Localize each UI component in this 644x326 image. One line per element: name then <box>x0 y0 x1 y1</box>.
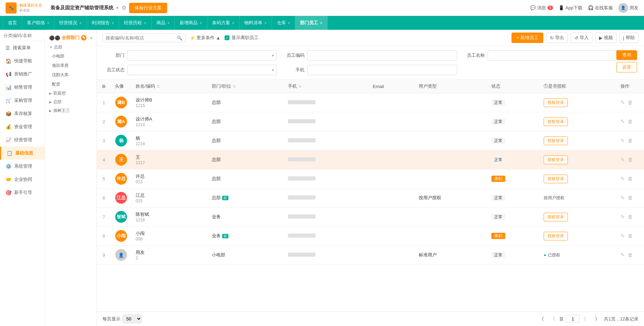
delete-icon[interactable]: 🗑 <box>628 195 633 201</box>
auth-login-btn[interactable]: 授权登录 <box>544 98 568 107</box>
sidebar-item-guide[interactable]: 🎯新手引导 <box>0 186 45 199</box>
page-input[interactable] <box>566 315 580 323</box>
tab-warehouse-close[interactable]: × <box>288 21 290 25</box>
dept-edit-icon[interactable]: ✎ <box>81 35 87 41</box>
sidebar-item-marketing[interactable]: 📢营销推广 <box>0 68 45 81</box>
tab-dept-staff-close[interactable]: × <box>320 21 322 25</box>
tab-customer[interactable]: 客户联络× <box>22 16 54 30</box>
filter-phone-input[interactable] <box>307 65 457 75</box>
tab-add-goods-close[interactable]: × <box>200 21 202 25</box>
tab-profit-close[interactable]: × <box>112 21 114 25</box>
tab-home[interactable]: 首页 <box>3 16 22 30</box>
trial-button[interactable]: 体验行业方案 <box>129 3 167 13</box>
delete-icon[interactable]: 🗑 <box>628 138 633 144</box>
edit-icon[interactable]: ✎ <box>620 99 625 106</box>
message-item[interactable]: 💬 消息 5 <box>530 5 553 11</box>
filter-empcode-input[interactable] <box>307 50 457 61</box>
delete-icon[interactable]: 🗑 <box>628 233 633 239</box>
tab-barcode-close[interactable]: × <box>232 21 234 25</box>
dept-group-zongbu[interactable]: ▶ 总部 <box>45 98 97 106</box>
tab-barcode[interactable]: 条码方案× <box>207 16 239 30</box>
query-button[interactable]: 查询 <box>616 50 637 60</box>
more-filter-btn[interactable]: ⚡ 更多条件 ▲ <box>190 35 220 41</box>
tab-history[interactable]: 经营历程× <box>119 16 151 30</box>
auth-login-btn[interactable]: 授权登录 <box>544 136 568 145</box>
tab-dept-staff[interactable]: 部门员工× <box>295 16 327 30</box>
edit-icon[interactable]: ✎ <box>620 138 625 144</box>
first-page-btn[interactable]: 《 <box>537 315 546 323</box>
auth-login-btn[interactable]: 授权登录 <box>544 117 568 126</box>
tab-history-close[interactable]: × <box>144 21 146 25</box>
tab-operation-close[interactable]: × <box>79 21 81 25</box>
next-page-btn[interactable]: 〉 <box>582 315 591 323</box>
help-button[interactable]: | 帮助 <box>619 33 638 43</box>
tab-profit[interactable]: 利润报告× <box>87 16 119 30</box>
dept-sub-shenyang[interactable]: 沈阳大库 <box>45 70 97 80</box>
page-size-dropdown[interactable]: 50 100 <box>123 315 142 323</box>
delete-icon[interactable]: 🗑 <box>628 214 633 220</box>
dept-group-shuangting[interactable]: ▶ 双庭想 <box>45 89 97 98</box>
last-page-btn[interactable]: 》 <box>593 315 602 323</box>
dept-group-headquarters-title[interactable]: ▼ 总部 <box>45 43 97 52</box>
dept-sub-project[interactable]: 项目库房 <box>45 61 97 70</box>
search-icon[interactable]: 🔍 <box>177 35 182 41</box>
auth-login-btn[interactable]: 授权登录 <box>544 232 568 240</box>
edit-icon[interactable]: ✎ <box>620 252 625 258</box>
sidebar-item-collab[interactable]: 🤝企业协同 <box>0 173 45 186</box>
show-resign-wrap[interactable]: ✓ 显示离职员工 <box>225 35 258 41</box>
export-button[interactable]: ↻ 导出 <box>546 33 568 43</box>
filter-empstatus-select[interactable] <box>127 65 277 75</box>
edit-icon[interactable]: ✎ <box>620 157 625 163</box>
user-item[interactable]: 👤 用友 <box>618 3 638 13</box>
delete-icon[interactable]: 🗑 <box>628 99 633 106</box>
search-input[interactable] <box>106 35 175 41</box>
edit-icon[interactable]: ✎ <box>620 118 625 125</box>
add-employee-button[interactable]: + 新增员工 <box>511 33 543 43</box>
edit-icon[interactable]: ✎ <box>620 176 625 182</box>
filter-empname-input[interactable] <box>488 50 637 61</box>
delete-icon[interactable]: 🗑 <box>628 252 633 258</box>
dept-all-header[interactable]: ⚫⚫ 全部部门 ✎ « <box>45 33 97 43</box>
app-download-item[interactable]: 📱 App下载 <box>559 5 582 11</box>
col-dept-role[interactable]: 部门/职位 ⇅ <box>208 80 284 93</box>
sidebar-item-finance[interactable]: 💰资金管理 <box>0 120 45 133</box>
delete-icon[interactable]: 🗑 <box>628 118 633 125</box>
import-button[interactable]: ↺ 导入 <box>571 33 592 43</box>
dept-sub-peihuо[interactable]: 配货 <box>45 80 97 89</box>
sidebar-item-inventory[interactable]: 📦库存核算 <box>0 107 45 120</box>
dept-collapse-icon[interactable]: « <box>90 35 92 40</box>
col-settings[interactable]: ⚙ <box>97 80 111 93</box>
filter-dept-select[interactable] <box>127 50 277 61</box>
online-service-item[interactable]: 🎧 在线客服 <box>588 5 613 11</box>
delete-icon[interactable]: 🗑 <box>628 157 633 163</box>
tab-material-close[interactable]: × <box>264 21 266 25</box>
tab-material[interactable]: 物料清单× <box>239 16 272 30</box>
prev-page-btn[interactable]: 〈 <box>548 315 557 323</box>
tab-goods-close[interactable]: × <box>167 21 170 25</box>
system-dropdown-arrow[interactable]: ▾ <box>116 5 119 10</box>
dept-sub-xiaodian[interactable]: 小电部 <box>45 52 97 61</box>
sidebar-item-biz[interactable]: 📈经营管理 <box>0 133 45 147</box>
edit-icon[interactable]: ✎ <box>620 195 625 201</box>
auth-login-btn[interactable]: 授权登录 <box>544 213 568 221</box>
tab-operation[interactable]: 经营情况× <box>54 16 87 30</box>
delete-icon[interactable]: 🗑 <box>628 176 633 182</box>
sort-dept-icon[interactable]: ⇅ <box>233 85 236 88</box>
sidebar-item-system[interactable]: ⚙️系统管理 <box>0 160 45 173</box>
auth-login-btn[interactable]: 授权登录 <box>544 156 568 164</box>
edit-icon[interactable]: ✎ <box>620 214 625 220</box>
tab-warehouse[interactable]: 仓库× <box>272 16 295 30</box>
sidebar-item-nav[interactable]: 🏠快捷导航 <box>0 54 45 68</box>
col-name-code[interactable]: 姓名/编码 ⇅ <box>131 80 208 93</box>
tab-add-goods[interactable]: 新增商品× <box>175 16 207 30</box>
col-phone[interactable]: 手机 ⇅ <box>284 80 369 93</box>
tab-goods[interactable]: 商品× <box>152 16 175 30</box>
view-button[interactable]: ▶ 视频 <box>595 33 617 43</box>
sidebar-item-search[interactable]: ☰搜索菜单 <box>0 41 45 54</box>
tab-customer-close[interactable]: × <box>47 21 49 25</box>
sidebar-item-sales[interactable]: 📊销售管理 <box>0 81 45 94</box>
sort-name-icon[interactable]: ⇅ <box>157 85 160 88</box>
auth-login-btn[interactable]: 授权登录 <box>544 175 568 183</box>
reset-button[interactable]: 设置 <box>616 62 637 72</box>
sort-phone-icon[interactable]: ⇅ <box>299 85 301 88</box>
